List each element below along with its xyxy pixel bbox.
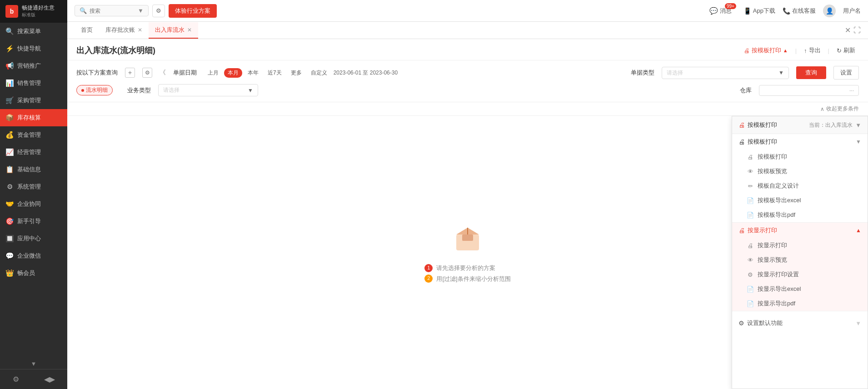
print-icon-dropdown: 🖨 <box>738 121 745 129</box>
sidebar-item-operation[interactable]: 📈 经营管理 <box>0 144 67 161</box>
search-dropdown-icon[interactable]: ▼ <box>138 7 144 14</box>
sidebar-nav: 🔍 搜索菜单 ⚡ 快捷导航 📢 营销推广 📊 销售管理 🛒 采购管理 📦 <box>0 23 67 359</box>
search-icon-topbar: 🔍 <box>80 7 87 14</box>
template-print-action-item[interactable]: 🖨 按模板打印 <box>732 150 868 164</box>
app-download-btn[interactable]: 📱 App下载 <box>743 7 775 15</box>
refresh-btn[interactable]: ↻ 刷新 <box>833 45 859 56</box>
empty-box-icon <box>449 221 486 257</box>
filter-collapse-left-btn[interactable]: 《 <box>160 69 166 77</box>
template-section-arrow[interactable]: ▼ <box>856 139 861 145</box>
sidebar-item-apps[interactable]: 🔲 应用中心 <box>0 230 67 247</box>
biz-type-input[interactable]: 请选择 ▼ <box>158 84 258 96</box>
apps-icon: 🔲 <box>5 234 14 243</box>
sidebar-item-finance[interactable]: 💰 资金管理 <box>0 126 67 144</box>
sidebar-item-system[interactable]: ⚙ 系统管理 <box>0 178 67 195</box>
online-service-btn[interactable]: 📞 在线客服 <box>783 7 816 15</box>
date-7days[interactable]: 近7天 <box>264 68 285 78</box>
sidebar-item-search[interactable]: 🔍 搜索菜单 <box>0 23 67 40</box>
top-bar-right: 💬 消息 99+ 📱 App下载 📞 在线客服 👤 用户名 <box>709 5 861 17</box>
footer-arrow: ▼ <box>855 320 861 327</box>
display-print-icon: 🖨 <box>747 242 754 249</box>
tab-batch[interactable]: 库存批次账 ✕ <box>99 22 149 39</box>
content-main: 1 请先选择要分析的方案 2 用[过滤]条件来缩小分析范围 <box>67 116 868 389</box>
sidebar-item-cooperation[interactable]: 🤝 企业协同 <box>0 195 67 213</box>
template-customize-icon: ✏ <box>747 182 754 190</box>
print-dropdown-arrow[interactable]: ▲ <box>783 48 788 53</box>
template-preview-item[interactable]: 👁 按模板预览 <box>732 164 868 179</box>
print-btn[interactable]: 🖨 按模板打印 ▲ <box>740 45 792 56</box>
app-icon: 📱 <box>743 7 751 15</box>
sidebar-item-purchase[interactable]: 🛒 采购管理 <box>0 92 67 109</box>
template-print-section: 🖨 按模板打印 ▼ 🖨 按模板打印 👁 按模 <box>732 134 868 223</box>
display-print-action-item[interactable]: 🖨 按显示打印 <box>732 238 868 253</box>
close-window-btn[interactable]: ✕ <box>845 26 851 35</box>
trial-btn[interactable]: 体验行业方案 <box>169 4 217 18</box>
display-export-excel-item[interactable]: 📄 按显示导出excel <box>732 282 868 296</box>
date-more[interactable]: 更多 <box>287 68 305 78</box>
display-print-section: 🖨 按显示打印 ▲ 🖨 按显示打印 👁 按显 <box>732 223 868 311</box>
template-print-section-header[interactable]: 🖨 按模板打印 ▼ <box>732 134 868 150</box>
message-btn[interactable]: 💬 消息 99+ <box>709 7 732 15</box>
expand-window-btn[interactable]: ⛶ <box>853 26 861 35</box>
sidebar-settings-icon[interactable]: ⚙ <box>9 373 23 385</box>
template-export-excel-item[interactable]: 📄 按模板导出excel <box>732 193 868 208</box>
filter-add-btn[interactable]: ＋ <box>125 68 135 78</box>
query-btn[interactable]: 查询 <box>796 66 826 79</box>
sidebar-collapse-icon[interactable]: ◀▶ <box>40 373 59 385</box>
pdf-icon: 📄 <box>747 211 754 219</box>
cooperation-icon: 🤝 <box>5 200 14 208</box>
display-print-section-title: 🖨 按显示打印 <box>738 226 777 234</box>
display-preview-item[interactable]: 👁 按显示预览 <box>732 253 868 267</box>
print-section-icon: 🖨 <box>738 138 745 145</box>
date-range: 2023-06-01 至 2023-06-30 <box>334 69 398 77</box>
logo-icon: b <box>5 5 18 18</box>
export-btn[interactable]: ↑ 导出 <box>800 45 824 56</box>
collapse-bar[interactable]: ∧ 收起更多条件 <box>67 102 868 116</box>
avatar[interactable]: 👤 <box>823 5 836 17</box>
setup-btn[interactable]: 设置 <box>833 66 859 80</box>
empty-state: 1 请先选择要分析的方案 2 用[过滤]条件来缩小分析范围 <box>424 221 510 284</box>
sidebar-item-guide[interactable]: 🎯 新手引导 <box>0 213 67 230</box>
date-last-month[interactable]: 上月 <box>204 68 222 78</box>
set-default-btn[interactable]: ⚙ 设置默认功能 ▼ <box>738 316 861 330</box>
filter-row-1: 按以下方案查询 ＋ ⚙ 《 单据日期 上月 本月 本年 近7天 更多 自定义 <box>76 66 859 80</box>
display-preview-icon: 👁 <box>747 256 754 264</box>
date-custom[interactable]: 自定义 <box>307 68 331 78</box>
active-filter-tag[interactable]: 流水明细 <box>76 85 113 95</box>
dropdown-header: 🖨 按模板打印 当前：出入库流水 ▼ <box>732 116 868 134</box>
current-template-label: 当前：出入库流水 <box>809 121 853 129</box>
sidebar-item-inventory[interactable]: 📦 库存核算 <box>0 109 67 126</box>
topbar-settings-btn[interactable]: ⚙ <box>152 5 165 17</box>
tab-flow[interactable]: 出入库流水 ✕ <box>149 22 198 39</box>
quick-nav-icon: ⚡ <box>5 45 14 53</box>
template-export-pdf-item[interactable]: 📄 按模板导出pdf <box>732 208 868 222</box>
warehouse-input[interactable]: ··· <box>759 85 859 96</box>
display-export-pdf-item[interactable]: 📄 按显示导出pdf <box>732 296 868 311</box>
sidebar-item-sales[interactable]: 📊 销售管理 <box>0 75 67 92</box>
date-this-year[interactable]: 本年 <box>244 68 262 78</box>
display-section-arrow[interactable]: ▲ <box>856 227 861 234</box>
sidebar-scroll-down[interactable]: ▼ <box>0 359 67 369</box>
tab-batch-close[interactable]: ✕ <box>138 27 142 33</box>
filter-settings-btn[interactable]: ⚙ <box>142 68 152 78</box>
display-pdf-icon: 📄 <box>747 300 754 307</box>
display-print-settings-item[interactable]: ⚙ 按显示打印设置 <box>732 267 868 282</box>
tab-flow-close[interactable]: ✕ <box>187 27 192 33</box>
dropdown-title: 🖨 按模板打印 <box>738 121 777 129</box>
template-customize-item[interactable]: ✏ 模板自定义设计 <box>732 179 868 193</box>
display-print-section-header[interactable]: 🖨 按显示打印 ▲ <box>732 223 868 238</box>
warehouse-more-icon[interactable]: ··· <box>849 87 854 94</box>
dropdown-toggle-btn[interactable]: ▼ <box>855 122 861 129</box>
tab-home[interactable]: 首页 <box>75 22 99 39</box>
global-search[interactable]: 🔍 ▼ <box>75 5 149 16</box>
doc-type-input[interactable]: 请选择 ▼ <box>662 67 789 79</box>
display-excel-icon: 📄 <box>747 285 754 293</box>
sidebar-item-basic[interactable]: 📋 基础信息 <box>0 161 67 178</box>
sidebar-item-quick-nav[interactable]: ⚡ 快捷导航 <box>0 40 67 57</box>
empty-steps: 1 请先选择要分析的方案 2 用[过滤]条件来缩小分析范围 <box>424 263 510 284</box>
date-this-month[interactable]: 本月 <box>224 68 242 78</box>
sidebar-item-marketing[interactable]: 📢 营销推广 <box>0 57 67 75</box>
sidebar-item-member[interactable]: 👑 畅会员 <box>0 264 67 282</box>
sidebar-item-wechat[interactable]: 💬 企业微信 <box>0 247 67 264</box>
search-input[interactable] <box>90 8 135 14</box>
